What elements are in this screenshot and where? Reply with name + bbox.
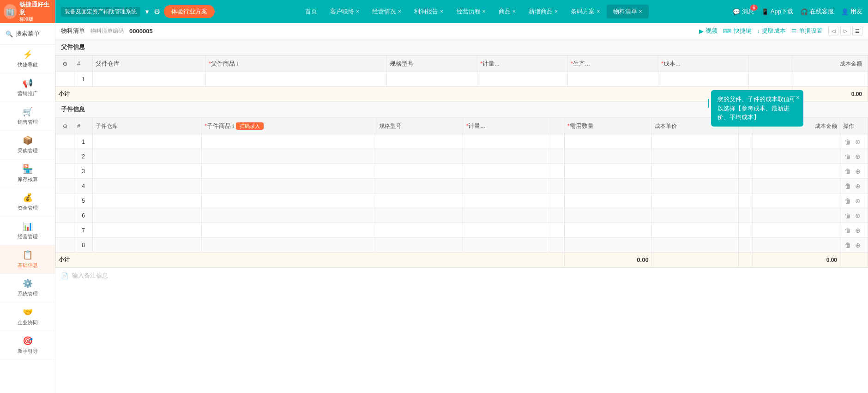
child-row3-product[interactable]	[202, 164, 376, 179]
child-row2-price[interactable]	[651, 149, 739, 164]
child-row8-spec[interactable]	[376, 238, 463, 253]
message-button[interactable]: 💬 消息 6	[733, 7, 754, 16]
sidebar-item-quick-nav[interactable]: ⚡ 快捷导航	[0, 45, 55, 73]
child-row4-unit[interactable]	[463, 179, 550, 193]
child-row7-price[interactable]	[651, 223, 739, 238]
nav-item-profit[interactable]: 利润报告 ×	[408, 5, 450, 18]
child-row7-product[interactable]	[202, 223, 376, 238]
child-row4-delete-icon[interactable]: 🗑	[843, 181, 852, 191]
child-settings-gear-icon[interactable]: ⚙	[62, 123, 68, 130]
scan-input-badge[interactable]: 扫码录入	[236, 122, 264, 130]
system-dropdown-icon[interactable]: ▼	[144, 8, 150, 15]
parent-row-unit-cell[interactable]	[477, 72, 567, 87]
child-row6-price[interactable]	[651, 208, 739, 223]
child-row3-qty[interactable]	[564, 164, 651, 179]
nav-item-history[interactable]: 经营历程 ×	[450, 5, 492, 18]
child-row2-warehouse[interactable]	[93, 149, 202, 164]
child-row5-product[interactable]	[202, 193, 376, 208]
child-row5-unit[interactable]	[463, 193, 550, 208]
child-product-info-icon[interactable]: ℹ	[232, 123, 234, 129]
child-row8-price[interactable]	[651, 238, 739, 253]
child-row2-unit[interactable]	[463, 149, 550, 164]
child-row4-warehouse[interactable]	[93, 179, 202, 193]
nav-item-home[interactable]: 首页	[299, 5, 324, 18]
parent-row-warehouse-cell[interactable]	[93, 72, 206, 87]
child-row6-spec[interactable]	[376, 208, 463, 223]
sidebar-item-base-info[interactable]: 📋 基础信息	[0, 245, 55, 274]
child-row1-unit[interactable]	[463, 134, 550, 149]
child-row2-qty[interactable]	[564, 149, 651, 164]
child-row1-product[interactable]	[202, 134, 376, 149]
child-row1-price[interactable]	[651, 134, 739, 149]
sidebar-item-guide[interactable]: 🎯 新手引导	[0, 331, 55, 360]
footer-hint-text[interactable]: 输入备注信息	[72, 272, 108, 280]
nav-item-products[interactable]: 商品 ×	[492, 5, 522, 18]
tooltip-close-button[interactable]: ×	[796, 93, 800, 103]
child-row3-spec[interactable]	[376, 164, 463, 179]
online-service-button[interactable]: 🎧 在线客服	[801, 7, 834, 16]
sidebar-item-inventory[interactable]: 🏪 库存核算	[0, 159, 55, 188]
nav-next-button[interactable]: ▷	[840, 26, 850, 36]
nav-list-button[interactable]: ☰	[852, 26, 862, 36]
child-row6-delete-icon[interactable]: 🗑	[843, 211, 852, 220]
child-row3-price[interactable]	[651, 164, 739, 179]
child-row1-delete-icon[interactable]: 🗑	[843, 137, 852, 146]
shortcut-button[interactable]: ⌨ 快捷键	[723, 27, 752, 35]
app-download-button[interactable]: 📱 App下载	[761, 7, 793, 16]
child-row4-product[interactable]	[202, 179, 376, 193]
view-video-button[interactable]: ▶ 视频	[699, 27, 717, 35]
child-row1-spec[interactable]	[376, 134, 463, 149]
nav-item-barcode[interactable]: 条码方案 ×	[564, 5, 606, 18]
child-row3-copy-icon[interactable]: ⊕	[854, 167, 862, 176]
child-row4-qty[interactable]	[564, 179, 651, 193]
sidebar-item-purchase[interactable]: 📦 采购管理	[0, 131, 55, 159]
child-row5-warehouse[interactable]	[93, 193, 202, 208]
child-row5-qty[interactable]	[564, 193, 651, 208]
parent-settings-gear-icon[interactable]: ⚙	[62, 60, 68, 67]
child-row6-warehouse[interactable]	[93, 208, 202, 223]
child-row6-unit[interactable]	[463, 208, 550, 223]
child-row6-product[interactable]	[202, 208, 376, 223]
parent-row-cost-cell[interactable]	[658, 72, 748, 87]
child-row2-copy-icon[interactable]: ⊕	[854, 152, 862, 161]
child-row7-copy-icon[interactable]: ⊕	[854, 226, 862, 235]
child-row8-qty[interactable]	[564, 238, 651, 253]
child-row5-price[interactable]	[651, 193, 739, 208]
child-row7-qty[interactable]	[564, 223, 651, 238]
child-row7-unit[interactable]	[463, 223, 550, 238]
child-row7-delete-icon[interactable]: 🗑	[843, 226, 852, 235]
nav-item-add-product[interactable]: 新增商品 ×	[522, 5, 564, 18]
nav-item-bom[interactable]: 物料清单 ×	[607, 5, 649, 18]
sidebar-item-finance[interactable]: 💰 资金管理	[0, 188, 55, 217]
child-row2-spec[interactable]	[376, 149, 463, 164]
sidebar-item-operations[interactable]: 📊 经营管理	[0, 217, 55, 245]
sidebar-item-sales[interactable]: 🛒 销售管理	[0, 102, 55, 131]
settings-icon[interactable]: ⚙	[154, 7, 160, 16]
child-row1-copy-icon[interactable]: ⊕	[854, 137, 862, 146]
child-row2-delete-icon[interactable]: 🗑	[843, 152, 852, 161]
child-row8-copy-icon[interactable]: ⊕	[854, 241, 862, 250]
child-row5-spec[interactable]	[376, 193, 463, 208]
trial-button[interactable]: 体验行业方案	[164, 5, 215, 18]
extract-cost-button[interactable]: ↓ 提取成本	[757, 27, 786, 35]
parent-col-settings[interactable]: ⚙	[56, 56, 74, 72]
child-row3-unit[interactable]	[463, 164, 550, 179]
sidebar-item-enterprise[interactable]: 🤝 企业协同	[0, 302, 55, 331]
child-row8-product[interactable]	[202, 238, 376, 253]
parent-row-batch-cell[interactable]	[567, 72, 658, 87]
search-menu-button[interactable]: 🔍 搜索菜单	[4, 27, 51, 41]
sidebar-item-system[interactable]: ⚙️ 系统管理	[0, 274, 55, 302]
user-button[interactable]: 👤 用友	[841, 7, 862, 16]
child-row1-qty[interactable]	[564, 134, 651, 149]
nav-prev-button[interactable]: ◁	[828, 26, 838, 36]
parent-product-info-icon[interactable]: ℹ	[236, 61, 238, 67]
child-row5-delete-icon[interactable]: 🗑	[843, 196, 852, 206]
child-col-settings[interactable]: ⚙	[56, 118, 74, 134]
nav-item-customers[interactable]: 客户联络 ×	[324, 5, 366, 18]
parent-row-product-cell[interactable]	[205, 72, 386, 87]
child-row6-qty[interactable]	[564, 208, 651, 223]
child-row8-delete-icon[interactable]: 🗑	[843, 241, 852, 250]
child-row5-copy-icon[interactable]: ⊕	[854, 196, 862, 206]
child-row7-spec[interactable]	[376, 223, 463, 238]
child-row8-warehouse[interactable]	[93, 238, 202, 253]
